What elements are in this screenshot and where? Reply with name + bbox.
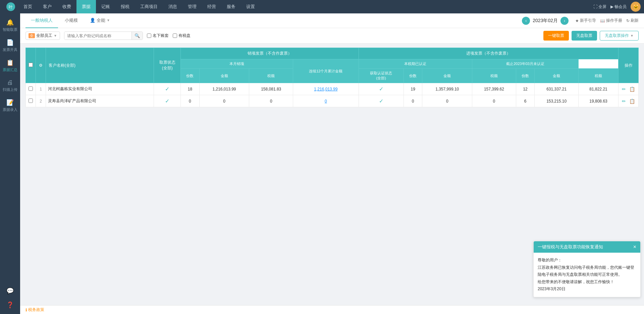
sidebar-chat[interactable]: 💬 bbox=[4, 285, 16, 297]
th-ops: 操作 bbox=[619, 48, 639, 83]
nav-right: ⛶ 全屏 ▶ 畅会员 🐱 bbox=[593, 2, 641, 12]
sidebar-item-scan-upload[interactable]: 🖨 扫描上传 bbox=[1, 76, 19, 95]
taxdisk-checkbox[interactable] bbox=[173, 34, 177, 38]
nav-message[interactable]: 消息 bbox=[163, 0, 182, 13]
scan-upload-icon: 🖨 bbox=[7, 79, 13, 86]
no-disc-fetch-btn[interactable]: 无盘取票 bbox=[572, 31, 597, 41]
sidebar-help[interactable]: ❓ bbox=[4, 299, 16, 311]
month-amount: 1,216,013.99 bbox=[199, 83, 249, 95]
tab-bar: 一般纳税人 小规模 👤 全能 ▼ ‹ 2023年02月 › ★ 新手引导 bbox=[20, 13, 644, 28]
sidebar-item-invoice-open[interactable]: 📄 发票开具 bbox=[1, 36, 19, 55]
manual-btn[interactable]: 📖 操作手册 bbox=[600, 18, 622, 23]
th-current-period-cert: 本税期已认证 bbox=[359, 59, 472, 69]
one-key-fetch-btn[interactable]: 一键取票 bbox=[543, 31, 569, 41]
employee-filter[interactable]: 全 全部员工 ▼ bbox=[25, 32, 60, 40]
vip-btn[interactable]: ▶ 畅会员 bbox=[610, 4, 627, 10]
row-checkbox-0[interactable] bbox=[29, 86, 33, 91]
sidebar: 🔔 智能取票 📄 发票开具 📋 票据汇总 🖨 扫描上传 📝 票据录入 💬 ❓ bbox=[0, 13, 20, 314]
filter-bar: 全 全部员工 ▼ 🔍 名下账套 有税盘 一键取票 无盘取票 无盘取票操作 bbox=[20, 28, 644, 44]
notification-header: 一键报税与无盘取票功能恢复通知 × bbox=[534, 241, 640, 253]
period-prev-btn[interactable]: ‹ bbox=[522, 17, 530, 25]
no-disc-ops-btn[interactable]: 无盘取票操作 ▼ bbox=[600, 31, 639, 41]
customer-name: 灵寿县尚泽矿产品有限公司 bbox=[46, 95, 154, 107]
consecutive12: 1,216,013.99 bbox=[293, 83, 359, 95]
sidebar-item-invoice-summary[interactable]: 📋 票据汇总 bbox=[1, 56, 19, 75]
nav-operation[interactable]: 经营 bbox=[202, 0, 221, 13]
fullscreen-btn[interactable]: ⛶ 全屏 bbox=[593, 4, 606, 10]
th-cert-tax: 税额 bbox=[472, 69, 516, 83]
edit-icon-1[interactable]: ✏ bbox=[622, 99, 626, 104]
nav-fee[interactable]: 收费 bbox=[57, 0, 76, 13]
uncert-tax: 19,808.63 bbox=[579, 95, 619, 107]
nav-manage[interactable]: 管理 bbox=[182, 0, 202, 13]
row-actions: ✏ 📋 bbox=[619, 95, 639, 107]
tax-policy-link[interactable]: ℹ 税务政策 bbox=[25, 307, 44, 313]
month-amount: 0 bbox=[199, 95, 249, 107]
nav-customer[interactable]: 客户 bbox=[38, 0, 57, 13]
detail-icon-0[interactable]: 📋 bbox=[629, 86, 635, 92]
tab-all[interactable]: 👤 全能 ▼ bbox=[85, 13, 115, 28]
guide-btn[interactable]: ★ 新手引导 bbox=[575, 18, 596, 23]
th-cert-amount: 金额 bbox=[422, 69, 472, 83]
sidebar-item-smart-fetch[interactable]: 🔔 智能取票 bbox=[1, 16, 19, 35]
row-actions: ✏ 📋 bbox=[619, 83, 639, 95]
row-checkbox-1[interactable] bbox=[29, 99, 33, 103]
th-uncert-amount: 金额 bbox=[535, 69, 579, 83]
table-row: 2 灵寿县尚泽矿产品有限公司 ✓ 0 0 0 0 ✓ 0 0 0 6 153,2… bbox=[26, 95, 639, 107]
nav-items: 首页 客户 收费 票据 记账 报税 工商项目 消息 管理 经营 服务 设置 bbox=[18, 0, 593, 13]
search-button[interactable]: 🔍 bbox=[131, 32, 143, 40]
manual-icon: 📖 bbox=[600, 18, 605, 23]
period-selector: ‹ 2023年02月 › bbox=[522, 17, 569, 25]
uncert-qty: 12 bbox=[516, 83, 534, 95]
nav-service[interactable]: 服务 bbox=[221, 0, 241, 13]
guide-icon: ★ bbox=[575, 18, 579, 23]
nav-invoice[interactable]: 票据 bbox=[76, 0, 96, 13]
notification-close-btn[interactable]: × bbox=[633, 244, 636, 250]
th-sales-qty: 份数 bbox=[181, 69, 199, 83]
sidebar-item-invoice-entry[interactable]: 📝 票据录入 bbox=[1, 96, 19, 115]
nav-settings[interactable]: 设置 bbox=[241, 0, 260, 13]
uncert-amount: 153,215.10 bbox=[535, 95, 579, 107]
nav-business[interactable]: 工商项目 bbox=[135, 0, 163, 13]
avatar[interactable]: 🐱 bbox=[631, 2, 641, 12]
taxdisk-checkbox-label: 有税盘 bbox=[178, 33, 191, 39]
select-all-checkbox[interactable] bbox=[29, 63, 33, 67]
cert-amount: 0 bbox=[422, 95, 472, 107]
account-checkbox[interactable] bbox=[147, 34, 151, 38]
checkbox-account[interactable]: 名下账套 bbox=[147, 33, 169, 39]
detail-icon-1[interactable]: 📋 bbox=[629, 99, 635, 104]
fullscreen-icon: ⛶ bbox=[593, 4, 597, 9]
nav-accounting[interactable]: 记账 bbox=[96, 0, 115, 13]
refresh-btn[interactable]: ↻ 刷新 bbox=[626, 18, 639, 23]
vip-icon: ▶ bbox=[610, 4, 613, 9]
nav-tax[interactable]: 报税 bbox=[115, 0, 135, 13]
th-cert-qty: 份数 bbox=[404, 69, 422, 83]
notification-panel: 一键报税与无盘取票功能恢复通知 × 尊敬的用户：江苏政务网已恢复访问电子税务局功… bbox=[533, 241, 641, 297]
tab-small-scale[interactable]: 小规模 bbox=[59, 13, 83, 28]
month-tax: 0 bbox=[249, 95, 293, 107]
period-next-btn[interactable]: › bbox=[560, 17, 569, 25]
invoice-summary-icon: 📋 bbox=[6, 59, 14, 66]
tab-general-taxpayer[interactable]: 一般纳税人 bbox=[25, 13, 58, 28]
uncert-qty: 6 bbox=[516, 95, 534, 107]
cert-qty: 0 bbox=[404, 95, 422, 107]
search-box: 🔍 bbox=[64, 32, 143, 40]
th-cert-status: 获取认证状态(全部) bbox=[359, 69, 404, 83]
th-settings: ⚙ bbox=[36, 48, 46, 83]
employee-tag: 全 bbox=[29, 33, 35, 38]
checkbox-taxdisk[interactable]: 有税盘 bbox=[173, 33, 191, 39]
period-display: 2023年02月 bbox=[533, 18, 558, 24]
employee-dropdown-icon: ▼ bbox=[54, 34, 57, 38]
tab-all-dropdown-icon: ▼ bbox=[107, 18, 110, 22]
settings-icon[interactable]: ⚙ bbox=[39, 63, 43, 68]
nav-home[interactable]: 首页 bbox=[18, 0, 38, 13]
edit-icon-0[interactable]: ✏ bbox=[622, 86, 626, 92]
th-sales-group: 销项发票（不含作废票） bbox=[181, 48, 359, 59]
row-num: 2 bbox=[36, 95, 46, 107]
search-input[interactable] bbox=[64, 32, 131, 40]
cert-amount: 1,357,999.10 bbox=[422, 83, 472, 95]
uncert-tax: 81,822.21 bbox=[579, 83, 619, 95]
status-bar: ℹ 税务政策 bbox=[20, 305, 644, 314]
th-sales-tax: 税额 bbox=[249, 69, 293, 83]
th-checkbox bbox=[26, 48, 36, 83]
